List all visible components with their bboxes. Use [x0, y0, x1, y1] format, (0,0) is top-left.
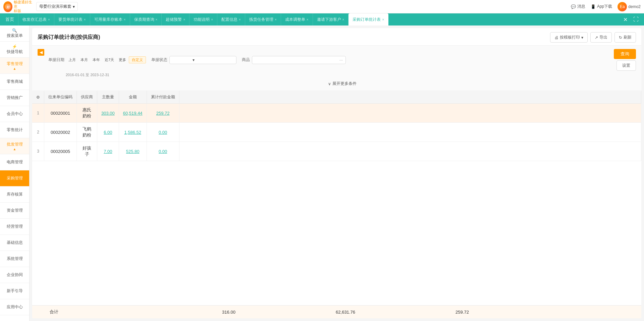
- sidebar-item-finance[interactable]: 资金管理: [0, 203, 29, 219]
- sidebar-item-search[interactable]: 🔍 搜索菜单: [0, 25, 29, 42]
- sidebar-item-newbie[interactable]: 新手引导: [0, 283, 29, 299]
- chevron-down-icon: ▾: [193, 58, 195, 62]
- last7days-btn[interactable]: 近7天: [103, 57, 116, 63]
- custom-date-badge[interactable]: 自定义: [129, 56, 146, 63]
- date-shortcuts: 上月 本月 本年 近7天 更多 自定义: [66, 56, 146, 63]
- app-download-btn[interactable]: 📱 App下载: [591, 4, 612, 9]
- sidebar-item-wechat-work[interactable]: 企业微信: [0, 315, 29, 321]
- row-qty[interactable]: 6.00: [97, 123, 119, 142]
- sidebar-item-purchase[interactable]: 采购管理: [0, 170, 29, 186]
- message-btn[interactable]: 💬 消息: [571, 4, 585, 9]
- user-profile[interactable]: Ea demo2: [618, 2, 641, 11]
- last-month-btn[interactable]: 上月: [66, 57, 78, 63]
- tab-chengben[interactable]: 成本调整单 ×: [281, 13, 313, 25]
- row-qty[interactable]: 7.00: [97, 142, 119, 161]
- close-icon[interactable]: ×: [124, 18, 126, 21]
- close-icon[interactable]: ×: [342, 18, 344, 21]
- sidebar-item-retail-mgmt[interactable]: 零售管理 ▲: [0, 58, 29, 74]
- table-row: 2 00020002 飞鹤奶粉 6.00 1,586.52 0.00: [32, 123, 641, 142]
- export-button[interactable]: ↗ 导出: [590, 32, 612, 43]
- page-header: 采购订单统计表(按供应商) 🖨 按模板打印 ▾ ↗ 导出 ↻ 刷新: [32, 28, 641, 46]
- tab-yaohuo[interactable]: 要货单统计表 ×: [54, 13, 90, 25]
- refresh-button[interactable]: ↻ 刷新: [614, 32, 636, 43]
- sidebar-item-quicknav[interactable]: ⚡ 快捷导航: [0, 42, 29, 58]
- sidebar-item-operations[interactable]: 经营管理: [0, 219, 29, 235]
- more-btn[interactable]: 更多: [117, 57, 128, 63]
- nav-tabs: 首页 收发存汇总表 × 要货单统计表 × 可用量库存账本 × 保质期查询 × 超…: [0, 13, 644, 25]
- mobile-icon: 📱: [591, 4, 596, 9]
- col-extra: [179, 91, 641, 104]
- sidebar-item-app-center[interactable]: 应用中心: [0, 299, 29, 315]
- tab-baozhi[interactable]: 保质期查询 ×: [130, 13, 162, 25]
- sidebar-item-ecom[interactable]: 电商管理: [0, 154, 29, 170]
- close-icon[interactable]: ×: [183, 18, 185, 21]
- refresh-icon: ↻: [619, 35, 622, 40]
- sidebar-item-retail-stats[interactable]: 零售统计: [0, 122, 29, 138]
- close-icon[interactable]: ×: [275, 18, 277, 21]
- row-code: 00020002: [44, 123, 77, 142]
- filter-row: 单据日期 上月 本月 本年 近7天 更多 自定义: [48, 49, 636, 71]
- sidebar-item-system[interactable]: 系统管理: [0, 251, 29, 267]
- tab-gongneng[interactable]: 功能说明 ×: [190, 13, 217, 25]
- row-paid[interactable]: 0.00: [147, 142, 179, 161]
- this-year-btn[interactable]: 本年: [91, 57, 102, 63]
- row-paid[interactable]: 259.72: [147, 104, 179, 123]
- close-icon[interactable]: ×: [84, 18, 86, 21]
- home-tab-label: 首页: [5, 16, 14, 22]
- tab-yaoqing[interactable]: 邀请下游客户 ×: [313, 13, 349, 25]
- tab-shoufa[interactable]: 收发存汇总表 ×: [18, 13, 54, 25]
- date-label: 单据日期: [48, 57, 64, 63]
- sidebar-item-marketing[interactable]: 营销推广: [0, 90, 29, 106]
- top-bar-right: 💬 消息 📱 App下载 Ea demo2: [571, 2, 641, 11]
- goods-filter: 商品 ···: [242, 56, 346, 64]
- row-number: 2: [32, 123, 44, 142]
- sidebar-item-member[interactable]: 会员中心: [0, 106, 29, 122]
- sidebar-item-collab[interactable]: 企业协同: [0, 267, 29, 283]
- close-icon[interactable]: ×: [48, 18, 50, 21]
- close-icon[interactable]: ×: [307, 18, 309, 21]
- goods-input[interactable]: ···: [252, 56, 346, 64]
- sidebar-item-inventory[interactable]: 库存核算: [0, 186, 29, 203]
- close-icon[interactable]: ×: [239, 18, 241, 21]
- sidebar: 🔍 搜索菜单 ⚡ 快捷导航 零售管理 ▲ 零售商城 营销推广 会员中心 零售统计…: [0, 25, 30, 321]
- settings-button[interactable]: 设置: [616, 60, 636, 71]
- sidebar-item-retail-shop[interactable]: 零售商城: [0, 74, 29, 90]
- row-amount[interactable]: 60,519.44: [119, 104, 147, 123]
- tab-jianhuo[interactable]: 拣货任务管理 ×: [245, 13, 281, 25]
- tab-chaocheng[interactable]: 超储预警 ×: [162, 13, 190, 25]
- close-all-tabs-btn[interactable]: ✕: [621, 15, 629, 23]
- row-code: 00020001: [44, 104, 77, 123]
- nav-icon: ⚡: [12, 44, 17, 49]
- row-qty[interactable]: 303.00: [97, 104, 119, 123]
- row-paid[interactable]: 0.00: [147, 123, 179, 142]
- this-month-btn[interactable]: 本月: [78, 57, 90, 63]
- col-amount: 金额: [119, 91, 147, 104]
- tab-peizhi[interactable]: 配置信息 ×: [217, 13, 245, 25]
- query-button[interactable]: 查询: [614, 49, 636, 59]
- message-icon: 💬: [571, 4, 576, 9]
- table-header-row: ⚙ 往来单位编码 供应商 主数量 金额 累计付款金额: [32, 91, 641, 104]
- maximize-btn[interactable]: ⛶: [632, 15, 640, 23]
- collapse-filter-btn[interactable]: ◀: [38, 49, 44, 56]
- status-label: 单据状态: [151, 57, 167, 63]
- row-amount[interactable]: 525.80: [119, 142, 147, 161]
- workspace-selector[interactable]: 母婴行业演示账套 ▾: [36, 2, 78, 11]
- close-icon[interactable]: ×: [156, 18, 158, 21]
- tab-caigou[interactable]: 采购订单统计表 ×: [348, 13, 388, 25]
- tab-keyong[interactable]: 可用量库存账本 ×: [90, 13, 130, 25]
- sidebar-item-basic-info[interactable]: 基础信息: [0, 235, 29, 251]
- gear-icon[interactable]: ⚙: [36, 95, 40, 100]
- row-supplier: 飞鹤奶粉: [77, 123, 97, 142]
- expand-more-btn[interactable]: ∨ 展开更多条件: [325, 80, 359, 87]
- footer-qty: 316.00: [170, 310, 287, 315]
- status-select[interactable]: ▾: [169, 56, 236, 64]
- tab-home[interactable]: 首页: [1, 13, 18, 25]
- sidebar-item-wholesale[interactable]: 批发管理 ▲: [0, 138, 29, 154]
- table-row: 3 00020005 好孩子 7.00 525.80 0.00: [32, 142, 641, 161]
- table-row: 1 00020001 惠氏奶粉 303.00 60,519.44 259.72: [32, 104, 641, 123]
- chevron-up-icon: ▲: [13, 67, 16, 70]
- close-icon[interactable]: ×: [211, 18, 213, 21]
- row-amount[interactable]: 1,586.52: [119, 123, 147, 142]
- template-print-button[interactable]: 🖨 按模板打印 ▾: [550, 32, 588, 43]
- close-icon[interactable]: ×: [382, 18, 384, 21]
